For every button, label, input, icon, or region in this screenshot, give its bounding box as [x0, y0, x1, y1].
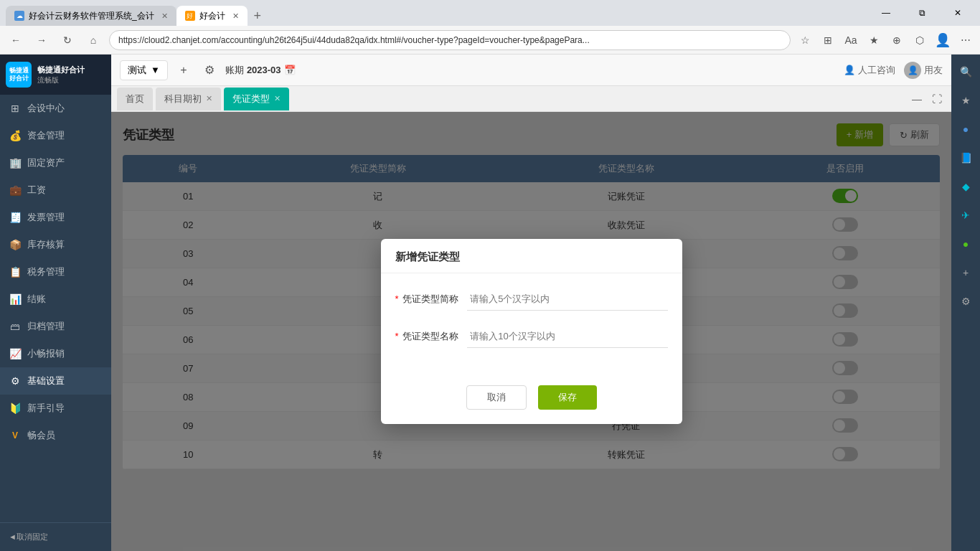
reload-button[interactable]: ↻: [57, 30, 77, 50]
collection-icon[interactable]: ⊕: [888, 32, 905, 49]
extension-icon[interactable]: ⊞: [819, 32, 837, 49]
dropdown-arrow-icon: ▼: [151, 65, 160, 75]
modal-footer: 取消 保存: [381, 377, 682, 424]
company-name: 测试: [128, 64, 146, 77]
tab-subjects[interactable]: 科目期初 ✕: [156, 88, 221, 110]
tab-maximize-button[interactable]: ⛶: [928, 90, 946, 108]
tab-voucher-close[interactable]: ✕: [274, 94, 281, 103]
reading-icon[interactable]: Aa: [842, 32, 859, 49]
sidebar-item-label: 结账: [27, 293, 46, 306]
new-tab-button[interactable]: +: [248, 6, 268, 26]
sidebar-logo: 畅捷通好合计: [6, 62, 32, 88]
finance-icon: 💰: [9, 129, 22, 142]
home-button[interactable]: ⌂: [83, 30, 103, 50]
right-search-button[interactable]: 🔍: [954, 60, 977, 83]
user-name: 用友: [924, 64, 943, 77]
guide-icon: 🔰: [9, 402, 22, 415]
modal-overlay: 新增凭证类型 * 凭证类型简称 * 凭证类型名称: [111, 112, 951, 551]
add-toolbar-button[interactable]: +: [174, 60, 194, 80]
right-blue-button[interactable]: ●: [954, 118, 977, 141]
sidebar-item-label: 畅会员: [27, 429, 55, 442]
menu-icon[interactable]: ⋯: [957, 32, 974, 49]
tab-voucher-type-label: 凭证类型: [232, 93, 270, 105]
back-button[interactable]: ←: [6, 30, 26, 50]
right-gear-button[interactable]: ⚙: [954, 290, 977, 313]
sidebar-item-label: 资金管理: [27, 129, 65, 142]
top-toolbar: 测试 ▼ + ⚙ 账期 2023-03 📅 👤 人工咨询 👤 用友: [111, 55, 951, 86]
profile-icon[interactable]: 👤: [934, 32, 951, 49]
cancel-button[interactable]: 取消: [466, 385, 527, 410]
modal-body: * 凭证类型简称 * 凭证类型名称: [381, 273, 682, 377]
dashboard-icon: ⊞: [9, 102, 22, 115]
address-input[interactable]: [109, 30, 791, 50]
calendar-icon[interactable]: 📅: [284, 65, 296, 75]
sidebar-item-invoice[interactable]: 🧾 发票管理: [0, 204, 111, 231]
tab-1-close[interactable]: ✕: [161, 11, 168, 21]
sidebar-nav: ⊞ 会设中心 💰 资金管理 🏢 固定资产 💼 工资 🧾 发票管理 📦 库存: [0, 95, 111, 522]
sidebar-company: 畅捷通好合计 流畅版: [37, 65, 105, 85]
consult-button[interactable]: 👤 人工咨询: [844, 64, 895, 77]
tab-1-label: 好会计云财务软件管理系统_会计: [29, 10, 154, 22]
sidebar-item-tax[interactable]: 📋 税务管理: [0, 258, 111, 286]
right-add-button[interactable]: +: [954, 261, 977, 284]
tab-subjects-label: 科目期初: [164, 93, 202, 105]
tab-2-label: 好会计: [199, 10, 225, 22]
right-star-button[interactable]: ★: [954, 89, 977, 112]
bookmark-star-icon[interactable]: ☆: [796, 32, 814, 49]
sidebar-item-guide[interactable]: 🔰 新手引导: [0, 395, 111, 422]
sidebar-item-dashboard[interactable]: ⊞ 会设中心: [0, 95, 111, 122]
user-button[interactable]: 👤 用友: [904, 62, 943, 79]
browser-tab-2[interactable]: 好 好会计 ✕: [176, 6, 248, 26]
tax-icon: 📋: [9, 265, 22, 278]
share-icon[interactable]: ⬡: [911, 32, 928, 49]
right-book-button[interactable]: 📘: [954, 146, 977, 169]
sidebar-header[interactable]: 畅捷通好合计 畅捷通好合计 流畅版: [0, 55, 111, 95]
sidebar-item-settlement[interactable]: 📊 结账: [0, 286, 111, 313]
assets-icon: 🏢: [9, 156, 22, 169]
modal-dialog: 新增凭证类型 * 凭证类型简称 * 凭证类型名称: [381, 239, 682, 424]
field-name-input[interactable]: [467, 325, 667, 348]
sidebar-item-label: 工资: [27, 184, 46, 197]
sidebar-item-label: 基础设置: [27, 375, 65, 387]
sidebar-item-finance[interactable]: 💰 资金管理: [0, 122, 111, 149]
member-icon: V: [9, 429, 22, 442]
tab-home[interactable]: 首页: [117, 88, 153, 110]
restore-button[interactable]: ⧉: [905, 3, 938, 23]
sidebar-item-settings[interactable]: ⚙ 基础设置: [0, 367, 111, 395]
sidebar-item-member[interactable]: V 畅会员: [0, 422, 111, 449]
tab-1-icon: ☁: [14, 11, 24, 21]
sidebar-item-assets[interactable]: 🏢 固定资产: [0, 149, 111, 176]
save-button[interactable]: 保存: [538, 385, 597, 410]
tab-subjects-close[interactable]: ✕: [206, 94, 212, 103]
tab-voucher-type[interactable]: 凭证类型 ✕: [224, 88, 289, 110]
settings-toolbar-button[interactable]: ⚙: [199, 60, 220, 80]
right-diamond-button[interactable]: ◆: [954, 175, 977, 198]
sidebar-item-salary[interactable]: 💼 工资: [0, 176, 111, 204]
sidebar-item-report[interactable]: 📈 小畅报销: [0, 340, 111, 367]
tab-2-close[interactable]: ✕: [232, 11, 239, 21]
sidebar-item-inventory[interactable]: 📦 库存核算: [0, 231, 111, 258]
right-plane-button[interactable]: ✈: [954, 204, 977, 227]
consult-label: 人工咨询: [858, 64, 895, 77]
tab-controls: — ⛶: [908, 90, 946, 108]
forward-button[interactable]: →: [32, 30, 52, 50]
app-container: 畅捷通好合计 畅捷通好合计 流畅版 ⊞ 会设中心 💰 资金管理 🏢 固定资产 💼: [0, 55, 980, 551]
period-label: 账期: [225, 64, 244, 77]
close-button[interactable]: ✕: [941, 3, 974, 23]
sidebar-item-archive[interactable]: 🗃 归档管理: [0, 313, 111, 340]
sidebar-item-label: 税务管理: [27, 265, 65, 278]
company-selector[interactable]: 测试 ▼: [120, 60, 168, 80]
sidebar-item-label: 发票管理: [27, 211, 65, 224]
salary-icon: 💼: [9, 184, 22, 197]
unpin-button[interactable]: ◄取消固定: [6, 529, 105, 545]
tab-minimize-button[interactable]: —: [908, 90, 925, 108]
minimize-button[interactable]: —: [870, 3, 903, 23]
tab-home-label: 首页: [126, 93, 144, 105]
right-green-button[interactable]: ●: [954, 232, 977, 255]
right-sidebar: 🔍 ★ ● 📘 ◆ ✈ ● + ⚙: [951, 55, 980, 551]
browser-tab-1[interactable]: ☁ 好会计云财务软件管理系统_会计 ✕: [6, 6, 176, 26]
field-abbr-input[interactable]: [467, 288, 667, 311]
settlement-icon: 📊: [9, 293, 22, 306]
sidebar-item-label: 小畅报销: [27, 347, 65, 360]
favorites-icon[interactable]: ★: [865, 32, 882, 49]
